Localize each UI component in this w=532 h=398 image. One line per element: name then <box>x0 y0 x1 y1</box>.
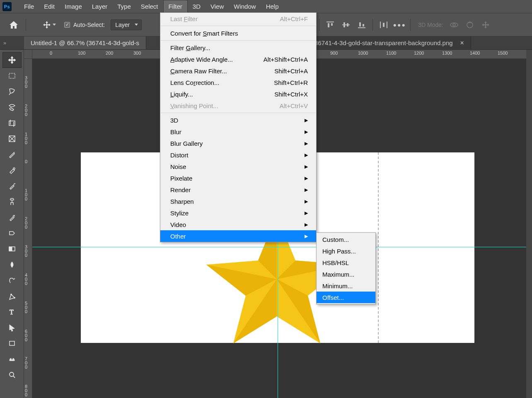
menu-item-liquify[interactable]: Liquify... Shift+Ctrl+X <box>160 88 316 100</box>
menu-item-video[interactable]: Video▶ <box>160 219 316 230</box>
crop-tool[interactable] <box>2 115 22 131</box>
svg-rect-0 <box>326 22 334 22</box>
submenu-item-minimum[interactable]: Minimum... <box>317 280 375 292</box>
auto-select-target-dropdown[interactable]: Layer <box>111 19 142 30</box>
eraser-tool[interactable] <box>2 225 22 241</box>
submenu-item-custom[interactable]: Custom... <box>317 234 375 245</box>
menu-item-lens-correction[interactable]: Lens Correction... Shift+Ctrl+R <box>160 77 316 88</box>
menu-image[interactable]: Image <box>60 0 87 13</box>
auto-select-label: Auto-Select: <box>73 22 105 28</box>
submenu-item-high-pass[interactable]: High Pass... <box>317 245 375 257</box>
hand-tool[interactable] <box>2 351 22 367</box>
horizontal-guide[interactable] <box>32 247 526 247</box>
submenu-item-maximum[interactable]: Maximum... <box>317 268 375 280</box>
menu-type[interactable]: Type <box>112 0 136 13</box>
menu-item-3d[interactable]: 3D▶ <box>160 114 316 126</box>
menu-item-filter-gallery[interactable]: Filter Gallery... <box>160 42 316 53</box>
lasso-tool[interactable] <box>2 84 22 99</box>
vertical-scrollbar[interactable] <box>526 50 532 398</box>
rectangle-tool[interactable] <box>2 335 22 351</box>
menu-item-stylize[interactable]: Stylize▶ <box>160 207 316 219</box>
menu-item-blur-gallery[interactable]: Blur Gallery▶ <box>160 137 316 149</box>
home-button[interactable] <box>7 19 20 30</box>
menu-3d[interactable]: 3D <box>188 0 206 13</box>
spot-healing-brush-tool[interactable] <box>2 162 22 178</box>
move-tool[interactable] <box>2 52 22 68</box>
svg-point-22 <box>13 168 15 169</box>
ruler-tick: 300 <box>25 76 27 88</box>
menu-item-distort[interactable]: Distort▶ <box>160 149 316 161</box>
ruler-tick: 0 <box>25 159 27 164</box>
clone-stamp-tool[interactable] <box>2 194 22 210</box>
dashed-guide <box>378 152 379 343</box>
svg-line-30 <box>13 376 15 378</box>
svg-rect-4 <box>343 22 345 27</box>
menu-item-last-filter: Last Filter Alt+Ctrl+F <box>160 13 316 24</box>
align-bottom-icon[interactable] <box>357 20 367 29</box>
ruler-tick: 100 <box>78 51 85 55</box>
ruler-tick: 200 <box>25 104 27 116</box>
ruler-tick: 200 <box>25 217 27 229</box>
zoom-tool[interactable] <box>2 367 22 383</box>
menu-item-other[interactable]: Other▶ <box>160 230 316 242</box>
history-brush-tool[interactable] <box>2 210 22 225</box>
menu-layer[interactable]: Layer <box>87 0 113 13</box>
align-vcenter-icon[interactable] <box>341 20 351 29</box>
svg-point-26 <box>14 297 15 299</box>
menu-file[interactable]: File <box>19 0 39 13</box>
submenu-item-offset[interactable]: Offset... <box>317 292 375 303</box>
svg-text:T: T <box>10 309 14 316</box>
close-icon[interactable]: × <box>460 39 464 47</box>
document-tab-active[interactable]: Untitled-1 @ 66.7% (36741-4-3d-gold-s <box>24 36 146 49</box>
object-selection-tool[interactable] <box>2 99 22 115</box>
type-tool[interactable]: T <box>2 304 22 320</box>
submenu-item-hsb-hsl[interactable]: HSB/HSL <box>317 257 375 268</box>
filter-other-submenu: Custom...High Pass...HSB/HSLMaximum...Mi… <box>316 232 376 304</box>
tool-preset-picker[interactable] <box>43 21 56 29</box>
svg-point-14 <box>467 22 473 28</box>
ruler-tick: 500 <box>25 301 27 314</box>
svg-rect-24 <box>9 247 12 251</box>
ruler-origin[interactable] <box>24 50 32 59</box>
svg-rect-6 <box>358 27 365 28</box>
frame-tool[interactable] <box>2 131 22 147</box>
menu-item-blur[interactable]: Blur▶ <box>160 126 316 137</box>
distribute-icon[interactable] <box>379 20 389 29</box>
gradient-tool[interactable] <box>2 241 22 257</box>
more-options-button[interactable]: ●●● <box>394 20 404 29</box>
eyedropper-tool[interactable] <box>2 147 22 162</box>
menu-item-adaptive-wide-angle[interactable]: Adaptive Wide Angle... Alt+Shift+Ctrl+A <box>160 53 316 65</box>
checkbox-checked-icon[interactable] <box>64 22 70 28</box>
dodge-tool[interactable] <box>2 273 22 288</box>
menu-select[interactable]: Select <box>136 0 163 13</box>
rectangular-marquee-tool[interactable] <box>2 68 22 84</box>
menu-item-sharpen[interactable]: Sharpen▶ <box>160 195 316 207</box>
ruler-tick: 900 <box>330 51 338 55</box>
menu-item-camera-raw-filter[interactable]: Camera Raw Filter... Shift+Ctrl+A <box>160 65 316 77</box>
brush-tool[interactable] <box>2 178 22 194</box>
auto-select-option[interactable]: Auto-Select: <box>64 22 105 28</box>
blur-tool[interactable] <box>2 257 22 273</box>
menu-edit[interactable]: Edit <box>39 0 60 13</box>
menu-filter[interactable]: Filter <box>163 0 188 13</box>
menu-separator <box>161 113 316 113</box>
svg-rect-5 <box>347 23 348 27</box>
pen-tool[interactable] <box>2 288 22 304</box>
menu-item-noise[interactable]: Noise▶ <box>160 161 316 172</box>
svg-rect-9 <box>380 22 381 28</box>
vertical-ruler[interactable]: 3002001000100200300400500600700800 <box>24 59 32 398</box>
align-top-icon[interactable] <box>325 20 335 29</box>
path-selection-tool[interactable] <box>2 320 22 335</box>
menu-item-pixelate[interactable]: Pixelate▶ <box>160 172 316 184</box>
ruler-tick: 0 <box>50 51 52 55</box>
ruler-tick: 1200 <box>414 51 424 55</box>
3d-orbit-icon <box>449 20 459 29</box>
document-tab[interactable]: 36741-4-3d-gold-star-transparent-backgro… <box>308 36 471 49</box>
menu-window[interactable]: Window <box>229 0 261 13</box>
menu-item-convert-smart-filters[interactable]: Convert for Smart Filters <box>160 27 316 39</box>
panel-expand-button[interactable]: » <box>0 36 24 50</box>
menu-help[interactable]: Help <box>261 0 284 13</box>
menu-item-render[interactable]: Render▶ <box>160 184 316 195</box>
svg-rect-3 <box>342 24 350 25</box>
menu-view[interactable]: View <box>206 0 229 13</box>
